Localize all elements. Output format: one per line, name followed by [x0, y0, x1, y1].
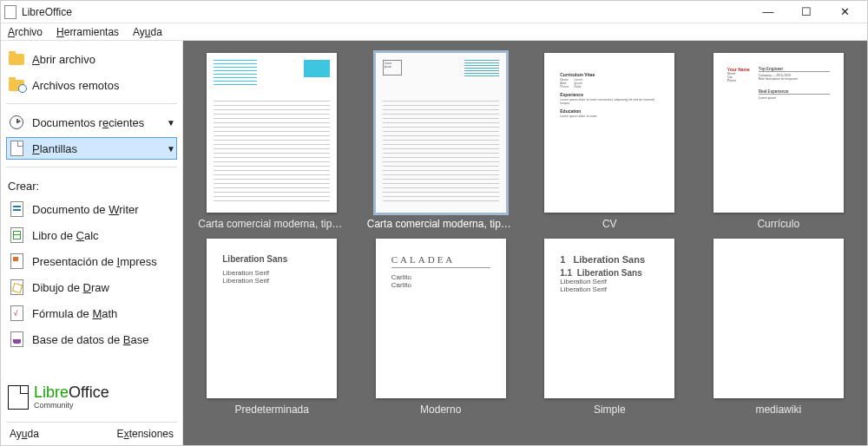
draw-label: Dibujo de Draw — [32, 281, 109, 294]
template-caption: CV — [602, 218, 617, 230]
menu-archivo[interactable]: Archivo — [8, 26, 43, 38]
menu-ayuda[interactable]: Ayuda — [133, 26, 162, 38]
template-grid: Carta comercial moderna, tipografía...Lo… — [192, 53, 858, 416]
templates[interactable]: Plantillas ▼ — [6, 137, 177, 160]
template-thumbnail: Curriculum VitaeNameAddrPhoneLoremIpsumD… — [544, 53, 674, 213]
template-tile[interactable]: LoremIpsumCarta comercial moderna, tipog… — [361, 53, 522, 230]
template-gallery: Carta comercial moderna, tipografía...Lo… — [183, 41, 867, 445]
help-link[interactable]: Ayuda — [10, 428, 39, 440]
remote-folder-icon — [8, 77, 25, 93]
writer-label: Documento de Writer — [32, 203, 139, 216]
template-thumbnail — [713, 239, 844, 398]
create-label: Crear: — [6, 174, 177, 194]
template-tile[interactable]: Liberation SansLiberation SerifLiberatio… — [192, 239, 352, 416]
separator — [6, 167, 177, 167]
create-writer[interactable]: Documento de Writer — [6, 198, 177, 220]
minimize-button[interactable]: — — [749, 1, 787, 23]
base-label: Base de datos de Base — [32, 333, 148, 346]
window-title: LibreOffice — [22, 6, 749, 18]
folder-icon — [8, 51, 25, 67]
sidebar: Abrir archivo Archivos remotos Documento… — [1, 41, 183, 445]
template-thumbnail: Your NameStreetCityPhoneTop EngineerComp… — [713, 53, 844, 213]
menubar: Archivo Herramientas Ayuda — [1, 23, 867, 41]
writer-icon — [8, 201, 25, 217]
create-math[interactable]: Fórmula de Math — [6, 302, 177, 325]
maximize-button[interactable]: ☐ — [787, 1, 825, 23]
calc-label: Libro de Calc — [32, 229, 99, 242]
logo: LibreOffice Community — [6, 379, 177, 415]
create-base[interactable]: Base de datos de Base — [6, 328, 177, 351]
template-caption: Moderno — [420, 403, 461, 416]
open-file[interactable]: Abrir archivo — [6, 48, 177, 70]
menu-herramientas[interactable]: Herramientas — [56, 26, 119, 38]
impress-label: Presentación de Impress — [32, 255, 157, 268]
template-caption: Carta comercial moderna, tipografía... — [367, 218, 515, 230]
create-draw[interactable]: Dibujo de Draw — [6, 276, 177, 298]
template-tile[interactable]: mediawiki — [699, 239, 859, 416]
base-icon — [8, 331, 25, 347]
body: Abrir archivo Archivos remotos Documento… — [1, 41, 867, 445]
impress-icon — [8, 253, 25, 269]
create-impress[interactable]: Presentación de Impress — [6, 250, 177, 272]
template-caption: mediawiki — [755, 403, 801, 416]
remote-files[interactable]: Archivos remotos — [6, 74, 177, 96]
template-tile[interactable]: CALADEACarlitoCarlitoModerno — [361, 239, 522, 416]
separator — [6, 103, 177, 104]
create-calc[interactable]: Libro de Calc — [6, 224, 177, 246]
math-icon — [8, 305, 25, 321]
template-icon — [8, 141, 25, 156]
remote-files-label: Archivos remotos — [32, 79, 119, 92]
template-thumbnail: Liberation SansLiberation SerifLiberatio… — [207, 239, 337, 398]
sidebar-footer: Ayuda Extensiones — [6, 422, 177, 442]
chevron-down-icon[interactable]: ▼ — [167, 118, 175, 128]
template-caption: Carta comercial moderna, tipografía... — [198, 218, 345, 230]
window: LibreOffice — ☐ ✕ Archivo Herramientas A… — [0, 0, 868, 446]
template-caption: Simple — [594, 403, 626, 416]
chevron-down-icon[interactable]: ▼ — [167, 144, 175, 154]
app-icon — [4, 5, 16, 19]
template-thumbnail: 1 Liberation Sans1.1 Liberation SansLibe… — [544, 239, 674, 398]
recent-label: Documentos recientes — [32, 116, 144, 129]
logo-text: LibreOffice Community — [34, 384, 109, 410]
template-caption: Predeterminada — [235, 403, 309, 416]
clock-icon — [8, 115, 25, 130]
template-tile[interactable]: Your NameStreetCityPhoneTop EngineerComp… — [699, 53, 859, 230]
template-tile[interactable]: Carta comercial moderna, tipografía... — [192, 53, 352, 230]
open-file-label: Abrir archivo — [32, 53, 95, 66]
template-tile[interactable]: Curriculum VitaeNameAddrPhoneLoremIpsumD… — [529, 53, 690, 230]
logo-icon — [8, 385, 29, 410]
template-thumbnail: LoremIpsum — [376, 53, 506, 213]
draw-icon — [8, 279, 25, 295]
template-thumbnail: CALADEACarlitoCarlito — [376, 239, 506, 398]
titlebar: LibreOffice — ☐ ✕ — [1, 1, 867, 23]
math-label: Fórmula de Math — [32, 307, 117, 320]
close-button[interactable]: ✕ — [825, 1, 864, 23]
template-caption: Currículo — [757, 218, 799, 230]
template-tile[interactable]: 1 Liberation Sans1.1 Liberation SansLibe… — [529, 239, 690, 416]
calc-icon — [8, 227, 25, 243]
template-thumbnail — [207, 53, 337, 213]
extensions-link[interactable]: Extensiones — [117, 428, 174, 440]
recent-documents[interactable]: Documentos recientes ▼ — [6, 111, 177, 134]
templates-label: Plantillas — [32, 142, 77, 155]
